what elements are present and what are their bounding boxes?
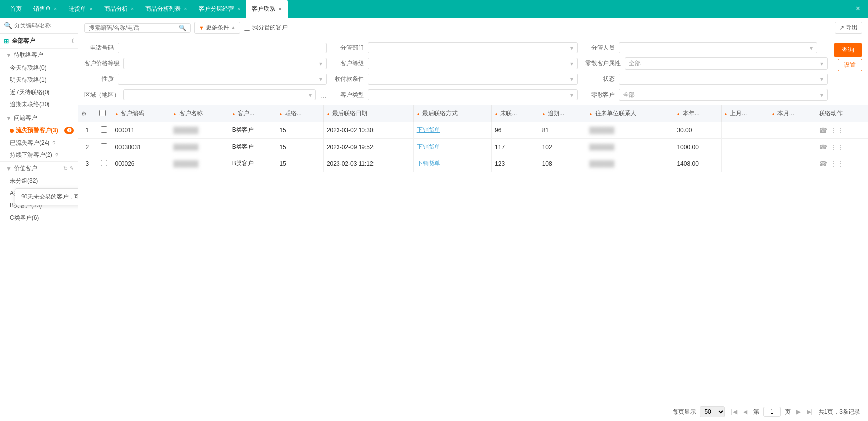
sidebar-item-c-class[interactable]: C类客户(6) — [0, 212, 78, 224]
th-overdue: ⬥ 逾期... — [539, 105, 586, 122]
dept-select[interactable]: ▾ — [368, 42, 577, 53]
contact-action-icon[interactable]: ☎ — [819, 160, 827, 168]
cell-uncontacted: 96 — [492, 122, 539, 139]
page-number-input[interactable] — [763, 407, 781, 417]
grid-icon: ⊞ — [4, 38, 9, 45]
sidebar-item-overdue-contact[interactable]: 逾期未联络(30) — [0, 99, 78, 111]
nav-customer-contact[interactable]: 客户联系 × — [246, 0, 287, 18]
contact-action-icon[interactable]: ☎ — [819, 126, 827, 134]
retail-customer-select[interactable]: 全部 ▾ — [619, 89, 828, 101]
field-price-level: 客户价格等级 ▾ — [84, 58, 327, 69]
nature-select[interactable]: ▾ — [118, 74, 327, 85]
sidebar-item-churned[interactable]: 已流失客户(24) ? — [0, 137, 78, 149]
more-action-icon[interactable]: ⋮⋮ — [830, 160, 844, 168]
problem-customers-title[interactable]: ▼ 问题客户 — [0, 111, 78, 124]
edit-btn[interactable]: ✎ — [70, 165, 74, 172]
nav-analysis-list[interactable]: 商品分析列表 × — [140, 0, 193, 18]
select-all-checkbox[interactable] — [99, 110, 106, 116]
value-customers-title[interactable]: ▼ 价值客户 ↻ ✎ — [0, 162, 78, 175]
next-page-btn[interactable]: ▶ — [795, 407, 803, 416]
row-checkbox[interactable] — [101, 143, 107, 149]
status-select[interactable]: ▾ — [619, 74, 828, 85]
cell-last-contact-date: 2023-02-03 11:12: — [323, 155, 413, 172]
nav-analysis[interactable]: 商品分析 × — [98, 0, 140, 18]
cell-type: B类客户 — [229, 122, 276, 139]
nav-sales[interactable]: 销售单 × — [27, 0, 63, 18]
region-select[interactable]: ▾ — [123, 89, 316, 100]
retail-attr-select[interactable]: 全部 ▾ — [625, 57, 828, 70]
filter-row-4: 区域（地区） ▾ … 客户类型 ▾ — [84, 89, 828, 101]
refresh-btn[interactable]: ↻ — [63, 165, 68, 172]
settings-button[interactable]: 设置 — [838, 59, 862, 71]
customer-level-select[interactable]: ▾ — [368, 58, 577, 69]
region-label: 区域（地区） — [84, 91, 120, 99]
contact-way-link[interactable]: 下销货单 — [417, 143, 440, 150]
group-problem-customers: ▼ 问题客户 流失预警客户(3) ❶ 已流失客户(24) ? 持续下滑客户(2)… — [0, 111, 78, 162]
cell-type: B类客户 — [229, 139, 276, 155]
nav-customer-layer[interactable]: 客户分层经营 × — [193, 0, 246, 18]
price-level-select[interactable]: ▾ — [123, 58, 327, 69]
field-payment: 收付款条件 ▾ — [335, 74, 577, 85]
all-customers-title[interactable]: ⊞ 全部客户 《 — [0, 34, 78, 49]
close-purchase-tab[interactable]: × — [89, 6, 92, 12]
close-sales-tab[interactable]: × — [54, 6, 57, 12]
question-icon2: ? — [55, 152, 58, 158]
cell-contact: 15 — [276, 122, 324, 139]
sidebar-search-input[interactable] — [14, 22, 78, 29]
more-action-icon[interactable]: ⋮⋮ — [830, 126, 844, 134]
row-checkbox[interactable] — [101, 160, 107, 166]
main-search-icon[interactable]: 🔍 — [179, 25, 186, 31]
page-size-select[interactable]: 50 20 100 — [700, 406, 725, 417]
content-area: 🔍 ▼ 更多条件 ▲ 我分管的客户 ↗ 导出 — [78, 18, 868, 421]
cell-actions: ☎ ⋮⋮ — [816, 155, 868, 172]
churn-count-badge: ❶ — [64, 127, 74, 134]
table-row: 3 000026 ██████ B类客户 15 2023-02-03 11:12… — [78, 155, 868, 172]
phone-input[interactable] — [118, 43, 327, 53]
contact-action-icon[interactable]: ☎ — [819, 143, 827, 151]
more-action-icon[interactable]: ⋮⋮ — [830, 143, 844, 151]
advanced-filter-panel: 电话号码 分管部门 ▾ 分管人员 — [78, 38, 868, 105]
cell-this-year: 30.00 — [674, 122, 722, 139]
manager-select[interactable]: ▾ — [619, 42, 817, 53]
first-page-btn[interactable]: |◀ — [729, 407, 739, 416]
close-analysis-list-tab[interactable]: × — [184, 6, 187, 12]
prev-page-btn[interactable]: ◀ — [741, 407, 749, 416]
sidebar-item-tomorrow-contact[interactable]: 明天待联络(1) — [0, 74, 78, 86]
arrow-icon: ▼ — [6, 165, 12, 172]
contact-way-link[interactable]: 下销货单 — [417, 126, 440, 133]
close-customer-contact-tab[interactable]: × — [278, 6, 281, 12]
export-btn[interactable]: ↗ 导出 — [835, 22, 862, 34]
nav-home[interactable]: 首页 — [4, 0, 27, 18]
my-customers-checkbox-wrap[interactable]: 我分管的客户 — [244, 24, 288, 32]
sidebar-item-declining[interactable]: 持续下滑客户(2) ? — [0, 149, 78, 161]
sidebar-item-unassigned[interactable]: 未分组(32) — [0, 175, 78, 187]
payment-select[interactable]: ▾ — [368, 74, 577, 85]
sidebar-item-7days-contact[interactable]: 近7天待联络(0) — [0, 86, 78, 99]
collapse-icon: 《 — [69, 38, 74, 45]
sidebar-item-churn-warning[interactable]: 流失预警客户(3) ❶ — [0, 124, 78, 137]
th-actions: 联络动作 — [816, 105, 868, 122]
more-conditions-btn[interactable]: ▼ 更多条件 ▲ — [194, 22, 240, 34]
arrow-icon: ▼ — [6, 52, 12, 59]
pending-contact-title[interactable]: ▼ 待联络客户 — [0, 49, 78, 62]
sort-icon: ⬥ — [232, 111, 235, 116]
close-customer-layer-tab[interactable]: × — [237, 6, 240, 12]
field-customer-level: 客户等级 ▾ — [335, 58, 577, 69]
my-customers-checkbox[interactable] — [244, 25, 250, 31]
customer-type-select[interactable]: ▾ — [368, 89, 577, 100]
query-button[interactable]: 查询 — [834, 43, 862, 57]
global-close-btn[interactable]: × — [852, 4, 864, 13]
close-analysis-tab[interactable]: × — [131, 6, 134, 12]
sidebar-item-today-contact[interactable]: 今天待联络(0) — [0, 62, 78, 74]
last-page-btn[interactable]: ▶| — [805, 407, 815, 416]
contact-way-link[interactable]: 下销货单 — [417, 160, 440, 167]
main-search-input[interactable] — [89, 25, 177, 31]
region-extra-btn[interactable]: … — [320, 91, 327, 99]
value-customers-actions: ↻ ✎ — [63, 165, 74, 172]
payment-label: 收付款条件 — [335, 75, 364, 83]
nav-purchase[interactable]: 进货单 × — [63, 0, 98, 18]
row-checkbox[interactable] — [101, 126, 107, 133]
cell-this-month — [769, 155, 816, 172]
manager-extra-btn[interactable]: … — [821, 44, 828, 52]
cell-type: B类客户 — [229, 155, 276, 172]
